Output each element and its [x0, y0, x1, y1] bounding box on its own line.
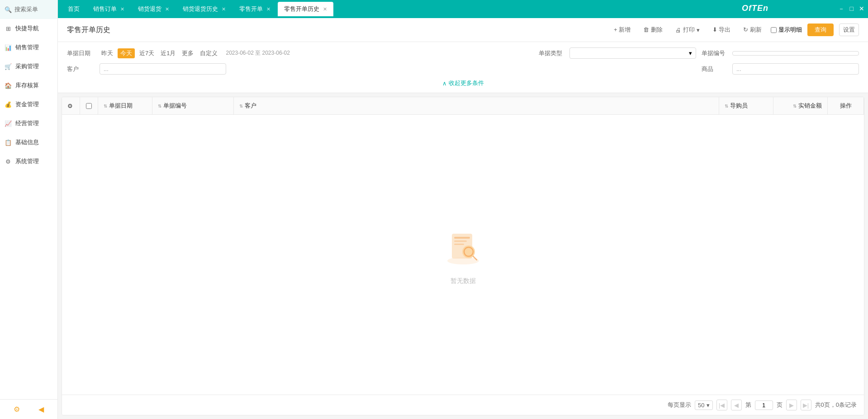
- sales-mgmt-icon: 📊: [5, 44, 12, 51]
- per-page-label: 每页显示: [668, 401, 691, 409]
- table-settings-icon[interactable]: ⚙: [67, 103, 73, 109]
- add-button[interactable]: + 新增: [610, 24, 634, 36]
- doc-no-input[interactable]: [732, 51, 859, 56]
- goods-placeholder: ...: [736, 66, 741, 72]
- date-filter-label: 单据日期: [67, 49, 92, 57]
- shortcut-more[interactable]: 更多: [180, 48, 195, 58]
- tab-retail-open-history-close[interactable]: ✕: [323, 6, 327, 12]
- shortcut-7days[interactable]: 近7天: [138, 48, 156, 58]
- minimize-btn[interactable]: －: [838, 5, 844, 13]
- sidebar-search-label: 搜索采单: [14, 5, 38, 14]
- tab-retail-open[interactable]: 零售开单 ✕: [233, 2, 277, 16]
- tab-sales-order-label: 销售订单: [93, 5, 117, 13]
- per-page-select[interactable]: 50 ▾: [695, 400, 712, 410]
- export-button[interactable]: ⬇ 导出: [709, 24, 735, 36]
- purchase-mgmt-icon: 🛒: [5, 63, 12, 70]
- customer-input[interactable]: ...: [100, 63, 226, 75]
- sidebar-item-sales-mgmt[interactable]: 📊 销售管理: [0, 38, 57, 57]
- tab-home[interactable]: 首页: [62, 2, 86, 16]
- shortcut-1month[interactable]: 近1月: [159, 48, 177, 58]
- sidebar-item-sys-mgmt[interactable]: ⚙ 系统管理: [0, 152, 57, 171]
- print-button[interactable]: 🖨 🖨 打印 打印 ▾: [672, 24, 703, 36]
- pagination: 每页显示 50 ▾ |◀ ◀ 第 页 ▶ ▶| 共0页，0条记录: [62, 395, 864, 415]
- collapse-sidebar-icon[interactable]: ◀: [38, 405, 44, 414]
- filter-row-2: 客户 ... 商品 ...: [67, 63, 859, 75]
- sidebar-bottom: ⚙ ◀: [0, 399, 57, 419]
- print-icon: 🖨: [675, 27, 681, 33]
- select-all-checkbox[interactable]: [86, 103, 92, 109]
- tab-retail-open-history[interactable]: 零售开单历史 ✕: [278, 2, 333, 16]
- basic-info-icon: 📋: [5, 139, 12, 146]
- sidebar: 🔍 搜索采单 ⊞ 快捷导航 📊 销售管理 🛒 采购管理 🏠 库存核算 💰 资金管…: [0, 0, 58, 419]
- th-settings[interactable]: ⚙: [62, 97, 80, 114]
- brand-text: OfTEn: [742, 4, 768, 13]
- sidebar-item-quick-nav[interactable]: ⊞ 快捷导航: [0, 19, 57, 38]
- th-checkbox[interactable]: [80, 97, 98, 114]
- refresh-button[interactable]: ↻ 刷新: [740, 24, 765, 36]
- settings-bottom-icon[interactable]: ⚙: [14, 405, 20, 414]
- sidebar-item-label: 快捷导航: [15, 24, 39, 33]
- goods-input[interactable]: ...: [732, 63, 859, 75]
- prev-page-btn[interactable]: ◀: [731, 400, 742, 410]
- th-number-label: 单据编号: [163, 102, 187, 110]
- svg-rect-2: [454, 237, 470, 239]
- tab-sales-return-history[interactable]: 销货退货历史 ✕: [176, 2, 232, 16]
- th-amount: ⇅ 实销金额: [773, 97, 828, 114]
- maximize-btn[interactable]: □: [850, 5, 854, 13]
- shortcut-yesterday[interactable]: 昨天: [100, 48, 115, 58]
- shortcut-custom[interactable]: 自定义: [198, 48, 219, 58]
- doc-type-dropdown-icon: ▾: [689, 50, 692, 56]
- sort-icon-number[interactable]: ⇅: [158, 104, 161, 108]
- tab-sales-order-close[interactable]: ✕: [120, 6, 124, 12]
- sidebar-item-basic-info[interactable]: 📋 基础信息: [0, 133, 57, 152]
- page-number-input[interactable]: [755, 400, 773, 410]
- sidebar-item-inventory[interactable]: 🏠 库存核算: [0, 76, 57, 95]
- doc-type-select[interactable]: ▾: [569, 47, 696, 59]
- delete-button[interactable]: 🗑 删除: [640, 24, 666, 36]
- empty-state: 暂无数据: [62, 115, 864, 395]
- sidebar-item-label: 经营管理: [15, 119, 39, 127]
- sort-icon-guide[interactable]: ⇅: [725, 104, 728, 108]
- sidebar-item-purchase-mgmt[interactable]: 🛒 采购管理: [0, 57, 57, 76]
- sort-icon-left[interactable]: ⇅: [104, 104, 107, 108]
- shortcut-today[interactable]: 今天: [118, 48, 135, 58]
- tab-sales-return-history-label: 销货退货历史: [183, 5, 218, 13]
- svg-rect-3: [454, 240, 467, 242]
- collapse-filters-label: 收起更多条件: [449, 79, 484, 87]
- tab-sales-return-label: 销货退货: [138, 5, 161, 13]
- operations-icon: 📈: [5, 120, 12, 127]
- sidebar-search[interactable]: 🔍 搜索采单: [0, 0, 57, 19]
- display-detail-label: 显示明细: [778, 26, 802, 34]
- sidebar-item-finance[interactable]: 💰 资金管理: [0, 95, 57, 114]
- svg-rect-4: [454, 244, 464, 245]
- first-page-btn[interactable]: |◀: [716, 400, 727, 410]
- query-button[interactable]: 查询: [807, 24, 834, 36]
- customer-label: 客户: [67, 65, 92, 73]
- close-btn[interactable]: ✕: [859, 5, 864, 13]
- tab-retail-open-close[interactable]: ✕: [266, 6, 270, 12]
- settings-button[interactable]: 设置: [839, 24, 859, 36]
- th-customer: ⇅ 客户: [234, 97, 719, 114]
- tab-sales-return-close[interactable]: ✕: [165, 6, 169, 12]
- th-action: 操作: [828, 97, 864, 114]
- content-area: 零售开单历史 + 新增 🗑 删除 🖨 🖨 打印 打印 ▾ ⬇ 导出 ↻ 刷新 显…: [58, 18, 868, 419]
- collapse-filters-btn[interactable]: ∧ 收起更多条件: [67, 79, 859, 87]
- empty-text: 暂无数据: [451, 277, 476, 285]
- display-detail-checkbox[interactable]: 显示明细: [771, 26, 802, 34]
- display-detail-input[interactable]: [771, 27, 777, 33]
- last-page-btn[interactable]: ▶|: [801, 400, 811, 410]
- sys-mgmt-icon: ⚙: [5, 158, 12, 165]
- sort-icon-customer[interactable]: ⇅: [239, 104, 243, 108]
- sort-icon-amount[interactable]: ⇅: [793, 104, 797, 108]
- next-page-btn[interactable]: ▶: [786, 400, 797, 410]
- tab-bar: 首页 销售订单 ✕ 销货退货 ✕ 销货退货历史 ✕ 零售开单 ✕ 零售开单历史 …: [58, 0, 868, 18]
- tab-sales-order[interactable]: 销售订单 ✕: [87, 2, 131, 16]
- print-dropdown-icon[interactable]: ▾: [697, 27, 700, 33]
- sidebar-item-label: 基础信息: [15, 138, 39, 146]
- page-label: 第: [745, 401, 751, 409]
- tab-sales-return-history-close[interactable]: ✕: [222, 6, 226, 12]
- sidebar-item-label: 销售管理: [15, 43, 39, 52]
- tab-sales-return[interactable]: 销货退货 ✕: [132, 2, 175, 16]
- th-date-label: 单据日期: [109, 102, 133, 110]
- sidebar-item-operations[interactable]: 📈 经营管理: [0, 114, 57, 133]
